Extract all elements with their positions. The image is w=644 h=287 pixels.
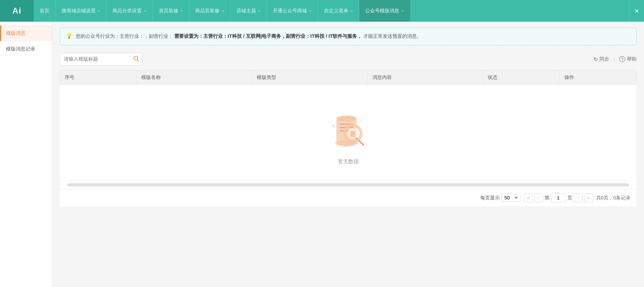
nav-tab-product-decoration[interactable]: 商品页装修× bbox=[189, 0, 230, 22]
help-label: 帮助 bbox=[627, 56, 637, 62]
nav-tab-label: 首页 bbox=[40, 7, 49, 14]
nav-tab-close-icon[interactable]: × bbox=[309, 9, 311, 13]
page-input[interactable] bbox=[551, 193, 566, 202]
data-table: 序号模版名称模版类型消息内容状态操作 bbox=[60, 70, 637, 85]
first-page-button[interactable]: ⊲ bbox=[524, 193, 533, 202]
nav-tab-shop-settings[interactable]: 微商城店铺设置× bbox=[56, 0, 107, 22]
nav-tab-home[interactable]: 首页 bbox=[34, 0, 56, 22]
page-size-select: 每页显示 102050100 bbox=[480, 194, 521, 202]
empty-illustration bbox=[326, 107, 371, 152]
pagination: 每页显示 102050100 ⊲ ‹ 第 页 › ⊳ 共0页，0条记录 bbox=[60, 189, 637, 206]
last-page-button[interactable]: ⊳ bbox=[584, 193, 593, 202]
logo-text: Ai bbox=[12, 6, 21, 16]
page-size-dropdown[interactable]: 102050100 bbox=[501, 194, 521, 202]
table-header-index: 序号 bbox=[60, 70, 137, 85]
close-all-button[interactable]: ✕ bbox=[629, 0, 644, 22]
nav-tab-label: 开通公众号商城 bbox=[273, 7, 307, 14]
toolbar-divider: | bbox=[614, 56, 615, 62]
nav-tab-close-icon[interactable]: × bbox=[351, 9, 353, 13]
nav-tab-template-message[interactable]: 公众号模版消息× bbox=[359, 0, 410, 22]
nav-tab-custom-menu[interactable]: 自定义菜单× bbox=[318, 0, 359, 22]
table-header-content: 消息内容 bbox=[368, 70, 483, 85]
nav-tab-close-icon[interactable]: × bbox=[98, 9, 100, 13]
help-button[interactable]: ? 帮助 bbox=[619, 56, 637, 62]
table-header-name: 模版名称 bbox=[136, 70, 252, 85]
svg-line-1 bbox=[138, 59, 139, 61]
main-layout: 模版消息模版消息记录 💡 您的公众号行业为：主营行业：，副营行业： 需要设置为：… bbox=[0, 22, 644, 287]
table-header-type: 模版类型 bbox=[252, 70, 368, 85]
svg-point-18 bbox=[364, 127, 366, 129]
sync-button[interactable]: ↻ 同步 bbox=[594, 56, 609, 62]
nav-tab-open-mall[interactable]: 开通公众号商城× bbox=[267, 0, 318, 22]
nav-tabs: 首页微商城店铺设置×商品分类设置×首页装修×商品页装修×店铺主题×开通公众号商城… bbox=[34, 0, 629, 22]
nav-tab-category-settings[interactable]: 商品分类设置× bbox=[107, 0, 152, 22]
notice-highlight: 需要设置为：主营行业：IT科技 / 互联网|电子商务，副营行业：IT科技 / I… bbox=[174, 33, 362, 39]
page-nav: ⊲ ‹ 第 页 › ⊳ bbox=[524, 193, 593, 202]
nav-tab-home-decoration[interactable]: 首页装修× bbox=[153, 0, 189, 22]
nav-tab-store-theme[interactable]: 店铺主题× bbox=[231, 0, 267, 22]
search-bar: ↻ 同步 | ? 帮助 bbox=[60, 53, 637, 65]
nav-tab-label: 公众号模版消息 bbox=[365, 7, 399, 14]
search-input-wrap bbox=[60, 53, 142, 65]
svg-point-16 bbox=[332, 125, 335, 128]
page-label-prefix: 第 bbox=[545, 195, 549, 201]
top-nav: Ai 首页微商城店铺设置×商品分类设置×首页装修×商品页装修×店铺主题×开通公众… bbox=[0, 0, 644, 22]
nav-tab-label: 商品分类设置 bbox=[113, 7, 142, 14]
empty-text: 暂无数据 bbox=[338, 158, 359, 165]
nav-tab-label: 商品页装修 bbox=[195, 7, 219, 14]
table-header-status: 状态 bbox=[483, 70, 560, 85]
logo: Ai bbox=[0, 0, 34, 22]
sidebar-item-template-message[interactable]: 模版消息 bbox=[0, 25, 52, 41]
nav-tab-close-icon[interactable]: × bbox=[144, 9, 146, 13]
svg-point-15 bbox=[336, 140, 357, 146]
page-label-suffix: 页 bbox=[567, 195, 572, 201]
notice-suffix: 才能正常发送预置的消息。 bbox=[363, 33, 422, 39]
table-header-row: 序号模版名称模版类型消息内容状态操作 bbox=[60, 70, 637, 85]
sidebar: 模版消息模版消息记录 bbox=[0, 22, 52, 287]
horizontal-scrollbar[interactable] bbox=[67, 183, 629, 186]
nav-tab-label: 微商城店铺设置 bbox=[62, 7, 96, 14]
search-icon[interactable] bbox=[133, 56, 139, 62]
scrollbar-area bbox=[60, 180, 637, 189]
nav-tab-close-icon[interactable]: × bbox=[401, 9, 404, 13]
total-info: 共0页，0条记录 bbox=[596, 195, 631, 201]
sync-icon: ↻ bbox=[594, 56, 598, 62]
svg-point-4 bbox=[336, 116, 357, 122]
search-input[interactable] bbox=[60, 53, 142, 65]
notice-box: 💡 您的公众号行业为：主营行业：，副营行业： 需要设置为：主营行业：IT科技 /… bbox=[60, 28, 637, 45]
sync-label: 同步 bbox=[600, 56, 609, 62]
notice-icon: 💡 bbox=[66, 33, 72, 39]
next-page-button[interactable]: › bbox=[574, 193, 583, 202]
notice-prefix: 您的公众号行业为：主营行业：，副营行业： bbox=[76, 33, 173, 39]
toolbar-right: ↻ 同步 | ? 帮助 bbox=[594, 56, 637, 62]
table-header-action: 操作 bbox=[560, 70, 637, 85]
page-size-label: 每页显示 bbox=[480, 195, 500, 201]
nav-tab-close-icon[interactable]: × bbox=[222, 9, 224, 13]
nav-tab-close-icon[interactable]: × bbox=[258, 9, 261, 13]
help-icon: ? bbox=[619, 56, 625, 62]
prev-page-button[interactable]: ‹ bbox=[534, 193, 543, 202]
nav-tab-label: 店铺主题 bbox=[237, 7, 256, 14]
svg-point-17 bbox=[360, 119, 363, 122]
nav-tab-close-icon[interactable]: × bbox=[181, 9, 183, 13]
empty-state: 暂无数据 bbox=[60, 85, 637, 180]
sidebar-item-template-record[interactable]: 模版消息记录 bbox=[0, 41, 52, 57]
nav-tab-label: 自定义菜单 bbox=[324, 7, 348, 14]
nav-tab-label: 首页装修 bbox=[159, 7, 178, 14]
content-area: 💡 您的公众号行业为：主营行业：，副营行业： 需要设置为：主营行业：IT科技 /… bbox=[52, 22, 644, 287]
